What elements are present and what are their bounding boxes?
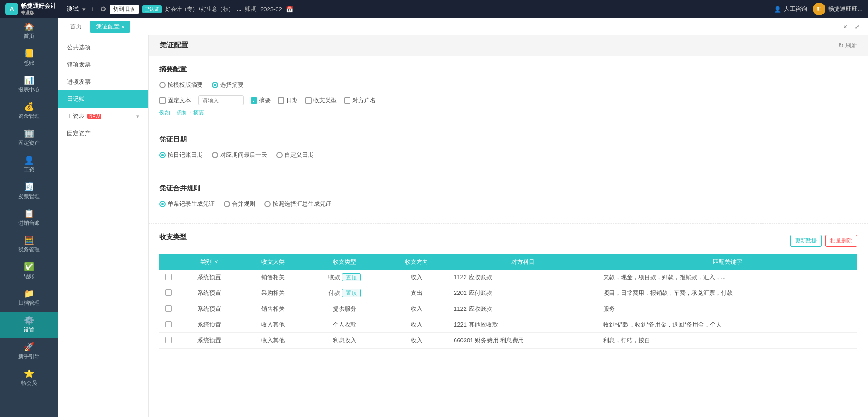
reset-tag-2[interactable]: 置顶 — [342, 289, 361, 297]
member-icon: ⭐ — [24, 370, 34, 378]
checkbox-summary[interactable]: ✓ 摘要 — [251, 96, 271, 104]
consult-icon: 👤 — [774, 6, 781, 13]
window-max-icon[interactable]: ⤢ — [852, 22, 863, 31]
sidebar-item-invoice[interactable]: 🧾 发票管理 — [0, 178, 58, 205]
consult-label: 人工咨询 — [784, 5, 807, 13]
batch-delete-btn[interactable]: 批量删除 — [825, 235, 857, 247]
td-type-main-4: 收入其他 — [241, 317, 304, 333]
voucher-merge-title: 凭证合并规则 — [159, 184, 857, 193]
radio-custom-date[interactable]: 自定义日期 — [276, 151, 314, 159]
sidebar-item-archive[interactable]: 📁 归档管理 — [0, 285, 58, 312]
voucher-date-title: 凭证日期 — [159, 135, 857, 144]
header-right: 👤 人工咨询 旺 畅捷通旺旺... — [774, 3, 863, 15]
table-row: 系统预置 收入其他 利息收入 收入 660301 财务费用 利息费用 利息，行转… — [159, 333, 857, 349]
checkbox-pay-type-box — [305, 97, 312, 104]
radio-period-last[interactable]: 对应期间最后一天 — [212, 151, 267, 159]
sidebar-item-guide[interactable]: 🚀 新手引导 — [0, 338, 58, 365]
row-checkbox-1[interactable] — [165, 274, 172, 280]
fixed-text-input[interactable] — [198, 95, 244, 105]
td-keywords-2: 项目，日常费用，报销款，车费，承兑汇票，付款 — [598, 285, 857, 301]
row-checkbox-3[interactable] — [165, 305, 172, 312]
td-type-main-2: 采购相关 — [241, 285, 304, 301]
checkbox-counterparty[interactable]: 对方户名 — [344, 96, 376, 104]
td-type-sub-3: 提供服务 — [305, 301, 385, 317]
user-area[interactable]: 旺 畅捷通旺旺... — [813, 3, 863, 15]
radio-select-total[interactable]: 按照选择汇总生成凭证 — [264, 200, 331, 208]
payment-header: 收支类型 更新数据 批量删除 — [159, 233, 857, 249]
radio-journal-date-label: 按日记账日期 — [168, 151, 203, 159]
td-category-3: 系统预置 — [177, 301, 241, 317]
sidebar-label-archive: 归档管理 — [18, 299, 40, 307]
radio-template[interactable]: 按模板版摘要 — [159, 81, 203, 89]
app-name: 畅捷通好会计 — [21, 2, 56, 10]
settlement-icon: ✅ — [24, 263, 34, 271]
sidebar-item-assets[interactable]: 🏢 固定资产 — [0, 125, 58, 152]
td-keywords-1: 欠款，现金，项目款，到款，报销款，汇入，... — [598, 270, 857, 285]
radio-select-circle — [212, 82, 218, 88]
tab-bar: 首页 凭证配置 × × ⤢ — [58, 18, 868, 35]
sidebar-label-ledger: 总账 — [24, 59, 34, 67]
checkbox-counterparty-label: 对方户名 — [352, 96, 376, 104]
checkbox-summary-box: ✓ — [251, 97, 257, 104]
left-nav-public-label: 公共选项 — [67, 43, 91, 52]
tab-home[interactable]: 首页 — [63, 21, 88, 33]
sidebar-item-purchase[interactable]: 📋 进销台账 — [0, 205, 58, 232]
th-type-main: 收支大类 — [241, 254, 304, 270]
sidebar-label-home: 首页 — [24, 33, 34, 40]
td-type-sub-1: 收款 置顶 — [305, 270, 385, 285]
update-data-btn[interactable]: 更新数据 — [790, 235, 822, 247]
settings-icon[interactable]: ⚙ — [100, 5, 106, 13]
left-nav-purchase-inv[interactable]: 进项发票 — [58, 73, 148, 90]
funds-icon: 💰 — [24, 103, 34, 111]
refresh-btn[interactable]: ↻ 刷新 — [839, 42, 857, 50]
sidebar-label-purchase: 进销台账 — [18, 219, 40, 227]
period-value: 2023-02 — [260, 6, 282, 13]
chevron-down-icon: ▾ — [136, 114, 139, 119]
reset-tag-1[interactable]: 置顶 — [342, 273, 361, 281]
sidebar-item-member[interactable]: ⭐ 畅会员 — [0, 365, 58, 392]
sidebar-item-salary[interactable]: 👤 工资 — [0, 152, 58, 178]
td-type-main-5: 收入其他 — [241, 333, 304, 349]
checkbox-date-label: 日期 — [286, 96, 298, 104]
radio-single[interactable]: 单条记录生成凭证 — [159, 200, 215, 208]
header-dropdown-icon[interactable]: ▾ — [82, 6, 86, 13]
sidebar-item-tax[interactable]: 🧮 税务管理 — [0, 232, 58, 258]
td-direction-5: 收入 — [385, 333, 448, 349]
calendar-icon[interactable]: 📅 — [286, 6, 293, 13]
sidebar-item-home[interactable]: 🏠 首页 — [0, 18, 58, 45]
left-nav-fixed-assets[interactable]: 固定资产 — [58, 125, 148, 142]
row-checkbox-2[interactable] — [165, 289, 172, 296]
left-nav-sales[interactable]: 销项发票 — [58, 56, 148, 73]
radio-journal-date-circle — [159, 152, 166, 158]
add-icon[interactable]: ＋ — [89, 5, 96, 14]
td-subject-2: 2202 应付账款 — [448, 285, 598, 301]
row-checkbox-5[interactable] — [165, 337, 172, 343]
row-checkbox-4[interactable] — [165, 321, 172, 327]
left-nav-payroll[interactable]: 工资表 NEW ▾ — [58, 108, 148, 125]
sidebar-item-reports[interactable]: 📊 报表中心 — [0, 71, 58, 98]
checkbox-date[interactable]: 日期 — [278, 96, 298, 104]
radio-custom-date-circle — [276, 152, 283, 158]
payment-table: 类别 ∨ 收支大类 收支类型 收支方向 对方科目 匹配关键字 系统预置 销售相 — [159, 254, 857, 349]
radio-journal-date[interactable]: 按日记账日期 — [159, 151, 203, 159]
left-nav-journal[interactable]: 日记账 — [58, 90, 148, 108]
window-close-icon[interactable]: × — [841, 22, 850, 31]
radio-select-summary[interactable]: 选择摘要 — [212, 81, 244, 89]
checkbox-pay-type[interactable]: 收支类型 — [305, 96, 337, 104]
sidebar-item-settings[interactable]: ⚙️ 设置 — [0, 312, 58, 338]
tab-voucher-config[interactable]: 凭证配置 × — [90, 21, 130, 33]
td-keywords-3: 服务 — [598, 301, 857, 317]
sidebar-item-ledger[interactable]: 📒 总账 — [0, 45, 58, 71]
sidebar-item-settlement[interactable]: ✅ 结账 — [0, 258, 58, 285]
sidebar-item-funds[interactable]: 💰 资金管理 — [0, 98, 58, 125]
checkbox-summary-label: 摘要 — [259, 96, 271, 104]
th-keywords: 匹配关键字 — [598, 254, 857, 270]
switch-version-btn[interactable]: 切到旧版 — [110, 5, 139, 14]
radio-merge[interactable]: 合并规则 — [224, 200, 255, 208]
tab-close-icon[interactable]: × — [121, 24, 124, 29]
checkbox-fixed-text[interactable]: 固定文本 — [159, 96, 191, 104]
radio-custom-date-label: 自定义日期 — [284, 151, 314, 159]
left-nav-public[interactable]: 公共选项 — [58, 39, 148, 56]
consult-area[interactable]: 👤 人工咨询 — [774, 5, 807, 13]
header-checkbox[interactable] — [165, 258, 172, 265]
